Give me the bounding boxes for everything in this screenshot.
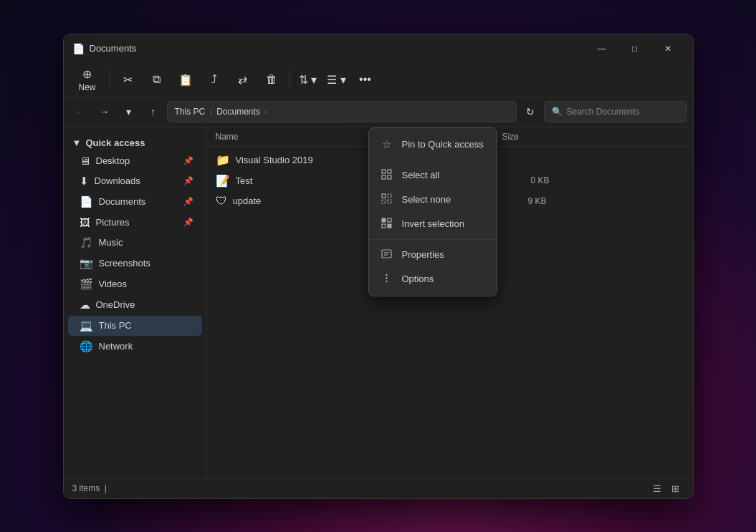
- select-all-icon: [381, 169, 393, 182]
- svg-rect-5: [388, 194, 391, 198]
- cut-button[interactable]: ✂: [115, 66, 142, 93]
- sidebar-label-documents: Documents: [99, 196, 146, 207]
- search-icon: 🔍: [552, 107, 563, 117]
- copy-button[interactable]: ⧉: [143, 66, 171, 93]
- select-none-icon: [381, 193, 393, 206]
- menu-select-none-label: Select none: [402, 194, 451, 205]
- pin-icon-documents: 📌: [183, 197, 193, 206]
- invert-icon: [381, 218, 393, 231]
- sidebar-label-network: Network: [99, 341, 133, 352]
- sidebar-item-downloads[interactable]: ⬇ Downloads 📌: [68, 171, 202, 191]
- menu-item-select-all[interactable]: Select all: [369, 163, 497, 188]
- chevron-icon: ▼: [72, 137, 82, 148]
- options-icon: [381, 273, 393, 286]
- sidebar-label-music: Music: [99, 237, 123, 248]
- sidebar-label-screenshots: Screenshots: [99, 258, 150, 269]
- status-bar: 3 items | ☰ ⊞: [64, 478, 693, 498]
- quick-access-header[interactable]: ▼ Quick access: [64, 133, 206, 150]
- sort-button[interactable]: ⇅ ▾: [295, 66, 322, 93]
- menu-divider-1: [369, 160, 497, 160]
- svg-rect-12: [382, 250, 391, 258]
- search-placeholder: Search Documents: [567, 107, 640, 117]
- share-button[interactable]: ⤴: [201, 66, 228, 93]
- main-content: ▼ Quick access 🖥 Desktop 📌 ⬇ Downloads 📌…: [64, 127, 693, 478]
- delete-button[interactable]: 🗑: [258, 66, 285, 93]
- move-button[interactable]: ⇄: [229, 66, 257, 93]
- shield-icon-update: 🛡: [216, 195, 227, 208]
- sidebar-label-videos: Videos: [99, 279, 128, 289]
- svg-rect-0: [382, 170, 386, 173]
- pin-menu-icon: ☆: [381, 138, 393, 151]
- menu-item-options[interactable]: Options: [369, 267, 497, 291]
- sidebar: ▼ Quick access 🖥 Desktop 📌 ⬇ Downloads 📌…: [64, 127, 207, 478]
- toolbar-separator-1: [110, 69, 110, 90]
- item-count: 3 items |: [72, 483, 107, 493]
- up-button[interactable]: ↑: [143, 101, 164, 122]
- more-button[interactable]: •••: [352, 66, 379, 93]
- screenshots-icon: 📷: [80, 257, 93, 270]
- sidebar-item-pictures[interactable]: 🖼 Pictures 📌: [68, 213, 202, 232]
- window-icon: 📄: [72, 43, 84, 54]
- maximize-button[interactable]: □: [618, 37, 651, 60]
- sidebar-label-downloads: Downloads: [95, 175, 140, 186]
- sidebar-label-pictures: Pictures: [96, 217, 130, 228]
- menu-item-select-none[interactable]: Select none: [369, 188, 497, 212]
- sidebar-item-videos[interactable]: 🎬 Videos: [68, 274, 202, 294]
- view-buttons: ☰ ⊞: [649, 480, 684, 496]
- sidebar-item-network[interactable]: 🌐 Network: [68, 337, 202, 357]
- sidebar-item-desktop[interactable]: 🖥 Desktop 📌: [68, 151, 202, 170]
- properties-icon: [381, 248, 393, 261]
- toolbar: ⊕ New ✂ ⧉ 📋 ⤴ ⇄ 🗑 ⇅ ▾ ☰ ▾ •••: [64, 63, 693, 97]
- window-title: Documents: [90, 43, 585, 54]
- address-bar[interactable]: This PC › Documents ›: [167, 101, 517, 122]
- svg-rect-10: [382, 224, 386, 228]
- list-view-button[interactable]: ☰: [649, 480, 666, 496]
- item-count-text: 3 items: [72, 483, 100, 493]
- dropdown-menu: ☆ Pin to Quick access Select all: [368, 127, 497, 296]
- menu-item-invert[interactable]: Invert selection: [369, 212, 497, 236]
- menu-pin-label: Pin to Quick access: [402, 139, 484, 150]
- doc-icon-test: 📝: [216, 174, 230, 188]
- menu-item-pin[interactable]: ☆ Pin to Quick access: [369, 132, 497, 157]
- svg-point-15: [386, 274, 387, 275]
- sidebar-item-music[interactable]: 🎵 Music: [68, 233, 202, 253]
- menu-select-all-label: Select all: [402, 170, 440, 180]
- network-icon: 🌐: [80, 340, 93, 353]
- sidebar-item-documents[interactable]: 📄 Documents 📌: [68, 192, 202, 212]
- pictures-icon: 🖼: [80, 216, 90, 228]
- onedrive-icon: ☁: [80, 299, 90, 311]
- svg-rect-6: [382, 200, 386, 203]
- sidebar-item-screenshots[interactable]: 📷 Screenshots: [68, 253, 202, 274]
- videos-icon: 🎬: [80, 278, 93, 291]
- menu-options-label: Options: [402, 274, 434, 284]
- paste-button[interactable]: 📋: [172, 66, 199, 93]
- svg-rect-3: [388, 175, 391, 179]
- documents-icon: 📄: [80, 195, 93, 208]
- menu-divider-2: [369, 239, 497, 240]
- sidebar-item-thispc[interactable]: 💻 This PC: [68, 316, 202, 336]
- folder-icon-vs2019: 📁: [216, 153, 230, 167]
- history-button[interactable]: ▾: [118, 101, 140, 122]
- svg-rect-11: [388, 224, 391, 228]
- svg-rect-8: [382, 218, 386, 222]
- sidebar-item-onedrive[interactable]: ☁ OneDrive: [68, 295, 202, 315]
- pin-icon-downloads: 📌: [183, 176, 193, 185]
- grid-view-button[interactable]: ⊞: [667, 480, 684, 496]
- refresh-button[interactable]: ↻: [520, 101, 541, 122]
- forward-button[interactable]: →: [94, 101, 115, 122]
- close-button[interactable]: ✕: [651, 37, 684, 60]
- minimize-button[interactable]: —: [585, 37, 618, 60]
- window-controls: — □ ✕: [585, 37, 684, 60]
- search-bar[interactable]: 🔍 Search Documents: [544, 101, 687, 122]
- thispc-icon: 💻: [80, 319, 93, 332]
- col-size-header: Size: [502, 132, 560, 142]
- desktop-icon: 🖥: [80, 155, 90, 167]
- menu-item-properties[interactable]: Properties: [369, 243, 497, 267]
- menu-invert-label: Invert selection: [402, 218, 464, 229]
- sidebar-label-desktop: Desktop: [96, 155, 130, 166]
- back-button[interactable]: ←: [70, 101, 91, 122]
- new-button[interactable]: ⊕ New: [70, 65, 105, 94]
- status-separator: |: [105, 483, 107, 493]
- new-label: New: [78, 82, 95, 92]
- view-button[interactable]: ☰ ▾: [323, 66, 350, 93]
